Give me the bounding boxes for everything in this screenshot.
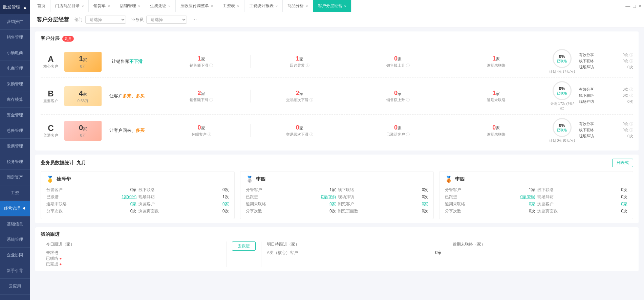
sidebar-item-kucunhesuan[interactable]: 库存核算 [0,92,30,108]
tier-a-slogan: 让销售额不下滑 [105,59,149,65]
follow-grid: 今日跟进（家） 未跟进 已联络 ● 已完成 ● 去跟进 明日待跟进（家） A类（… [41,241,633,267]
tier-b-stat-3[interactable]: 0家 销售额上升 ⓘ [349,90,447,102]
page-title: 客户分层经营 [37,16,69,23]
tab-close-icon[interactable]: × [211,4,213,8]
sidebar-item-shuiwu[interactable]: 税务管理 [0,154,30,170]
tier-row-c: C 普通客户 0家 0万 让客户回来、多买 0家 休眠客户 ⓘ 0家 交易频次下… [41,115,633,146]
follow-title: 我的跟进 [41,231,633,237]
today-follow-title: 今日跟进（家） [46,241,221,247]
sidebar-collapse-icon[interactable]: ▲ [23,5,27,10]
tier-a-label: A 核心客户 [41,54,61,69]
tier-b-stat-4[interactable]: 1家 逾期未联络 [447,90,545,102]
sales-select[interactable]: 请选择 [146,16,187,24]
tier-b-right-stats: 有效分享0次 ⓘ 线下联络0次 ⓘ 现场拜访0次 [579,87,633,105]
tab-close-icon[interactable]: × [344,4,346,8]
tier-a-stat-4[interactable]: 1家 逾期未联络 [447,55,545,68]
tab-close-icon[interactable]: × [168,4,170,8]
sidebar-item-gongzi[interactable]: 工资 [0,185,30,201]
overdue-follow-col: 逾期未联络（家） [447,241,633,267]
sidebar-header[interactable]: 批发管理 ▲ [0,0,30,14]
tab-payroll[interactable]: 工资表 × [218,0,244,12]
go-follow-button[interactable]: 去跟进 [232,241,256,251]
sidebar-item-qiyexietong[interactable]: 企业协同 [0,248,30,263]
biz-month-badge: 九月 [77,160,86,166]
tab-close-all-icon[interactable]: × [639,3,641,9]
tier-a-circle: 0% 已联络 计划 4次 (7天/次) [549,49,576,74]
tab-minimize-icon[interactable]: — [625,3,630,9]
tab-close-icon[interactable]: × [237,4,239,8]
rank-2-icon: 🥈 [246,176,253,183]
page-header: 客户分层经营 部门 请选择 业务员 请选择 ··· [30,12,644,27]
tab-close-icon[interactable]: × [276,4,278,8]
tier-a-stat-1[interactable]: 1家 销售额下滑 ⓘ [152,55,251,68]
sidebar-item-caigouguanli[interactable]: 采购管理 [0,76,30,92]
tab-ar-ap-adjust[interactable]: 应收应付调整单 × [176,0,218,12]
tab-customer-tier[interactable]: 客户分层经营 × [313,0,351,12]
tier-c-stats: 0家 休眠客户 ⓘ 0家 交易频次下滑 ⓘ 0家 已激活客户 ⓘ 0家 逾期未联… [152,124,545,137]
tier-b-label: B 重要客户 [41,89,61,103]
tier-c-count[interactable]: 0家 0万 [64,121,102,141]
sidebar-item-zongzhangguanli[interactable]: 总账管理 [0,123,30,139]
tier-a-stat-3[interactable]: 0家 销售额上升 ⓘ [349,55,447,68]
sidebar-item-xinshouyindao[interactable]: 新手引导 [0,263,30,279]
tab-maximize-icon[interactable]: □ [633,3,636,9]
sales-card-2-stats: 分管客户1家 已跟进0家(0%) 逾期未联络0家 分享次数0次 线下联络0次 现… [246,186,428,215]
sidebar-item-yunyingyong[interactable]: 云应用 [0,279,30,294]
sidebar-title: 批发管理 [3,4,20,10]
sidebar-item-xiaoshouguanli[interactable]: 销售管理 [0,30,30,45]
tab-payroll-report[interactable]: 工资统计报表 × [244,0,283,12]
tab-bar: 首页 门店商品目录 × 销货单 × 店铺管理 × 生成凭证 × 应收应付调整单 … [30,0,644,12]
sales-card-1-header: 🥇 徐泽华 [46,176,229,183]
tier-a-count[interactable]: 1家 0万 [64,52,102,72]
sidebar-item-fapiao[interactable]: 发票管理 [0,139,30,154]
sidebar-item-gudingzichan[interactable]: 固定资产 [0,170,30,185]
customer-tier-section: 客户分层 九月 A 核心客户 1家 0万 让销售额不下滑 1家 销售额下滑 ⓘ [35,31,639,151]
tier-c-stat-2[interactable]: 0家 交易频次下滑 ⓘ [251,124,349,137]
sales-card-2: 🥈 李四 分管客户1家 已跟进0家(0%) 逾期未联络0家 分享次数0次 线下联… [240,171,434,219]
tab-sales-order[interactable]: 销货单 × [89,0,115,12]
sidebar-item-xitongguanli[interactable]: 系统管理 [0,232,30,248]
tier-b-count[interactable]: 4家 0.53万 [64,86,102,106]
tab-home[interactable]: 首页 [33,0,50,12]
tab-close-icon[interactable]: × [108,4,110,8]
list-view-button[interactable]: 列表式 [612,159,633,167]
tab-store-products[interactable]: 门店商品目录 × [50,0,89,12]
sidebar-item-zijinguanli[interactable]: 资金管理 [0,108,30,123]
tier-b-stat-1[interactable]: 2家 销售额下滑 ⓘ [152,90,251,102]
tab-bar-actions: — □ × [625,3,641,9]
sales-card-3-header: 🥉 李四 [445,176,627,183]
tier-b-circle: 0% 已联络 计划 17次 (7天/次) [549,81,576,111]
more-filters-icon[interactable]: ··· [192,17,197,23]
tab-close-icon[interactable]: × [138,4,140,8]
tier-c-slogan: 让客户回来、多买 [105,128,149,134]
sidebar-item-xiaochangdianshang[interactable]: 小畅电商 [0,45,30,61]
tab-store-mgmt[interactable]: 店铺管理 × [115,0,145,12]
sales-card-1: 🥇 徐泽华 分管客户0家 已跟进1家(0%) 逾期未联络0家 分享次数0次 线下… [41,171,235,219]
main-area: 首页 门店商品目录 × 销货单 × 店铺管理 × 生成凭证 × 应收应付调整单 … [30,0,644,300]
sidebar-item-dianshangg[interactable]: 电商管理 [0,61,30,76]
tab-voucher-gen[interactable]: 生成凭证 × [145,0,175,12]
biz-stats-section: 业务员数据统计 九月 列表式 🥇 徐泽华 分管客户0家 已跟进1家(0%) [35,155,639,223]
sales-card-1-stats: 分管客户0家 已跟进1家(0%) 逾期未联络0家 分享次数0次 线下联络0次 现… [46,186,229,215]
sidebar-item-jichuxinxi[interactable]: 基础信息 [0,216,30,232]
sidebar-item-jingyingguanli[interactable]: 经营管理 ◀ [0,201,30,216]
tab-product-analysis[interactable]: 商品分析 × [283,0,313,12]
sales-card-2-header: 🥈 李四 [246,176,428,183]
follow-section: 我的跟进 今日跟进（家） 未跟进 已联络 ● 已完成 ● 去跟进 明日待跟进（家… [35,227,639,271]
tomorrow-follow-col: 明日待跟进（家） A类（核心）客户 0家 [261,241,447,267]
tier-c-stat-4[interactable]: 0家 逾期未联络 [447,124,545,137]
tomorrow-follow-title: 明日待跟进（家） [267,241,442,247]
tier-a-stats: 1家 销售额下滑 ⓘ 1家 回购异常 ⓘ 0家 销售额上升 ⓘ 1家 逾期未联络 [152,55,545,68]
tier-c-label: C 普通客户 [41,123,61,138]
dept-select[interactable]: 请选择 [85,16,126,24]
tier-c-stat-3[interactable]: 0家 已激活客户 ⓘ [349,124,447,137]
tab-close-icon[interactable]: × [82,4,84,8]
tier-c-stat-1[interactable]: 0家 休眠客户 ⓘ [152,124,251,137]
tier-a-stat-2[interactable]: 1家 回购异常 ⓘ [251,55,349,68]
today-follow-col: 今日跟进（家） 未跟进 已联络 ● 已完成 ● [41,241,227,267]
sidebar-item-yxtuiguang[interactable]: 营销推广 [0,14,30,30]
tier-b-stat-2[interactable]: 2家 交易频次下滑 ⓘ [251,90,349,102]
tab-close-icon[interactable]: × [306,4,308,8]
tier-b-stats: 2家 销售额下滑 ⓘ 2家 交易频次下滑 ⓘ 0家 销售额上升 ⓘ 1家 逾期未… [152,90,545,102]
sidebar-settings[interactable]: ⚙ [0,294,30,300]
